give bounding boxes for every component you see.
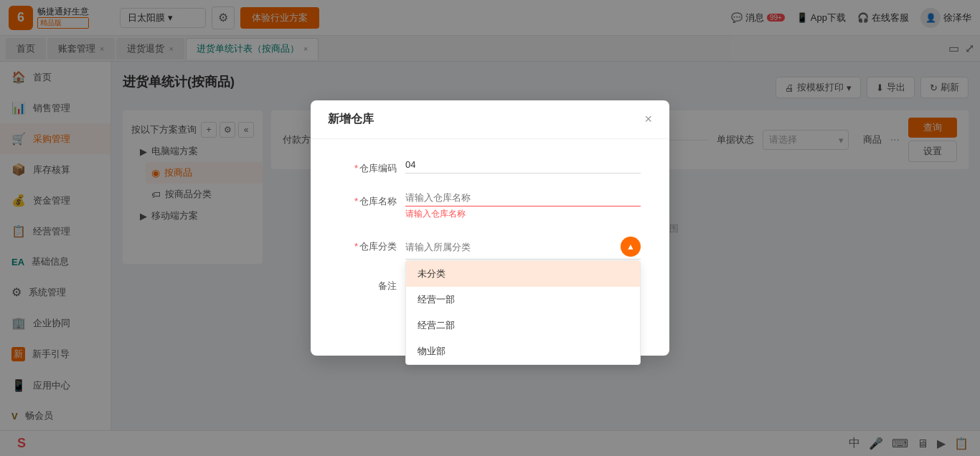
warehouse-category-row: 仓库分类 ▲ 未分类 经营一部 经营二部 物业部 [339, 234, 641, 260]
warehouse-category-label: 仓库分类 [339, 234, 397, 253]
dropdown-option-dept2[interactable]: 经营二部 [406, 313, 640, 338]
warehouse-name-error: 请输入仓库名称 [405, 208, 641, 220]
new-warehouse-modal: 新增仓库 × 仓库编码 仓库名称 请输入仓库名称 仓库分类 [311, 100, 669, 356]
category-dropdown-trigger[interactable]: ▲ [405, 234, 641, 260]
warehouse-category-input[interactable] [405, 234, 641, 259]
dropdown-option-dept1[interactable]: 经营一部 [406, 287, 640, 313]
warehouse-category-input-wrap: ▲ 未分类 经营一部 经营二部 物业部 [405, 234, 641, 260]
warehouse-code-label: 仓库编码 [339, 156, 397, 175]
modal-close-button[interactable]: × [644, 112, 652, 127]
category-dropdown-list: 未分类 经营一部 经营二部 物业部 [405, 260, 641, 365]
modal-title: 新增仓库 [328, 112, 374, 127]
warehouse-code-input-wrap [405, 156, 641, 174]
category-dropdown-arrow[interactable]: ▲ [621, 237, 641, 257]
modal-body: 仓库编码 仓库名称 请输入仓库名称 仓库分类 ▲ [311, 139, 669, 318]
warehouse-name-label: 仓库名称 [339, 189, 397, 208]
dropdown-option-property[interactable]: 物业部 [406, 338, 640, 364]
warehouse-name-input-wrap: 请输入仓库名称 [405, 189, 641, 220]
warehouse-notes-label: 备注 [339, 274, 397, 293]
warehouse-code-row: 仓库编码 [339, 156, 641, 175]
modal-header: 新增仓库 × [311, 100, 669, 139]
warehouse-code-input[interactable] [405, 156, 641, 174]
warehouse-name-input[interactable] [405, 189, 641, 206]
warehouse-name-row: 仓库名称 请输入仓库名称 [339, 189, 641, 220]
modal-overlay[interactable]: 新增仓库 × 仓库编码 仓库名称 请输入仓库名称 仓库分类 [0, 0, 980, 456]
dropdown-option-uncategorized[interactable]: 未分类 [406, 261, 640, 287]
